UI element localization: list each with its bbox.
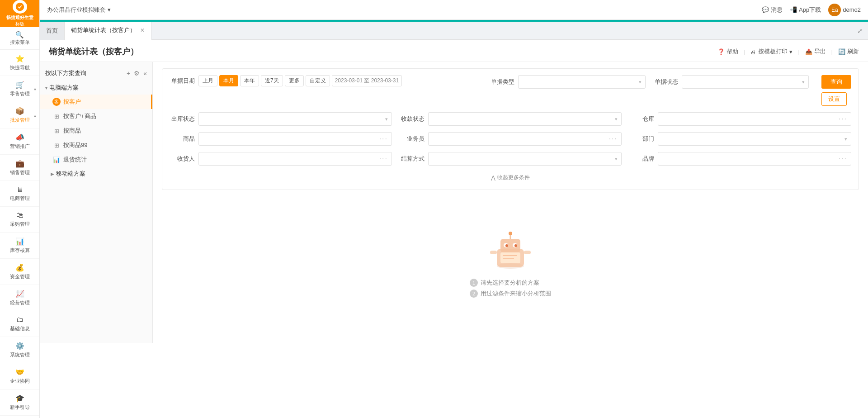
sidebar-item-newbie[interactable]: 🎓 新手引导 xyxy=(0,390,40,416)
out-status-select[interactable]: ▾ xyxy=(198,112,392,126)
department-select[interactable]: ▾ xyxy=(658,132,851,146)
right-panel: 单据日期 上月 本月 本年 近7天 更多 自定义 2023-03-01 至 20… xyxy=(153,62,868,343)
app-download-button[interactable]: 📲 App下载 xyxy=(790,6,821,14)
brand-dots-icon[interactable]: ··· xyxy=(839,155,847,163)
sidebar-item-inventory[interactable]: 📊 库存核算 xyxy=(0,233,40,259)
sidebar-item-sales[interactable]: 💼 销售管理 xyxy=(0,155,40,181)
tree-item-return-stat-label: 退货统计 xyxy=(63,156,87,164)
ecommerce-icon: 🖥 xyxy=(16,185,24,194)
tree-item-by-customer-product[interactable]: ⊞ 按客户+商品 xyxy=(40,109,152,124)
sidebar-item-marketing[interactable]: 📣 营销推广 xyxy=(0,128,40,155)
tab-close-icon[interactable]: ✕ xyxy=(140,27,145,33)
settlement-arrow-icon: ▾ xyxy=(615,156,618,162)
sidebar-item-quick-nav[interactable]: ⭐ 快捷导航 xyxy=(0,50,40,76)
content-area: 销货单统计表（按客户） ❓ 帮助 | 🖨 按模板打印 ▾ | 📤 导出 | xyxy=(40,40,868,418)
sidebar-item-appcenter[interactable]: 📱 应用中心 xyxy=(0,416,40,418)
brand-select[interactable]: ··· xyxy=(658,152,851,166)
salesperson-select[interactable]: ··· xyxy=(428,132,622,146)
search-button[interactable]: 查询 xyxy=(821,75,851,89)
message-button[interactable]: 💬 消息 xyxy=(762,6,783,14)
date-filter-label: 单据日期 xyxy=(170,77,195,85)
scheme-settings-button[interactable]: ⚙ xyxy=(134,70,140,77)
date-btn-this-month[interactable]: 本月 xyxy=(219,75,238,86)
sidebar-item-ecommerce[interactable]: 🖥 电商管理 xyxy=(0,181,40,207)
date-btn-this-year[interactable]: 本年 xyxy=(240,75,259,86)
sidebar-item-system[interactable]: ⚙️ 系统管理 xyxy=(0,337,40,363)
topbar-right: 💬 消息 📲 App下载 Ea demo2 xyxy=(762,4,861,16)
out-status-control: ▾ xyxy=(198,112,392,126)
help-button[interactable]: ❓ 帮助 xyxy=(717,48,738,56)
main-body: 按以下方案查询 + ⚙ « ▾ 电脑端方案 客 按客户 xyxy=(40,62,868,343)
filter-panel: 单据日期 上月 本月 本年 近7天 更多 自定义 2023-03-01 至 20… xyxy=(153,62,868,343)
date-btn-last-month[interactable]: 上月 xyxy=(198,75,217,86)
export-label: 导出 xyxy=(814,48,826,56)
payment-status-control: ▾ xyxy=(428,112,622,126)
settlement-select[interactable]: ▾ xyxy=(428,152,622,166)
sidebar-item-label-wholesale: 批发管理 xyxy=(10,117,30,124)
filter-row-4: 收货人 ··· 结算方式 xyxy=(170,152,851,166)
tab-maximize-button[interactable]: ⤢ xyxy=(852,27,868,34)
date-btn-custom[interactable]: 自定义 xyxy=(306,75,330,86)
sidebar-search-item[interactable]: 🔍 搜索菜单 xyxy=(0,27,40,50)
warehouse-select[interactable]: ··· xyxy=(658,112,851,126)
user-menu[interactable]: Ea demo2 xyxy=(828,4,861,16)
main-area: 办公用品行业模拟账套 ▾ 💬 消息 📲 App下载 Ea demo2 xyxy=(40,0,868,418)
system-name[interactable]: 办公用品行业模拟账套 ▾ xyxy=(47,6,111,14)
order-status-label: 单据状态 xyxy=(653,78,678,86)
collapse-panel-button[interactable]: « xyxy=(143,70,147,77)
print-button[interactable]: 🖨 按模板打印 ▾ xyxy=(750,48,793,56)
warehouse-dots-icon[interactable]: ··· xyxy=(839,115,847,123)
filter-section: 单据日期 上月 本月 本年 近7天 更多 自定义 2023-03-01 至 20… xyxy=(162,68,859,190)
sidebar-item-enterprise[interactable]: 🤝 企业协同 xyxy=(0,363,40,390)
filter-row-1: 单据日期 上月 本月 本年 近7天 更多 自定义 2023-03-01 至 20… xyxy=(170,75,851,106)
mobile-expand-arrow-icon: ▶ xyxy=(51,171,54,176)
tree-item-by-product-99[interactable]: ⊞ 按商品99 xyxy=(40,138,152,152)
brand-label: 品牌 xyxy=(629,155,654,163)
sidebar-item-operations[interactable]: 📈 经营管理 xyxy=(0,285,40,311)
message-label: 消息 xyxy=(771,6,783,14)
receiver-select[interactable]: ··· xyxy=(198,152,392,166)
sidebar-search-label: 搜索菜单 xyxy=(10,39,30,46)
sales-icon: 💼 xyxy=(15,159,24,168)
print-arrow: ▾ xyxy=(789,48,793,55)
collapse-up-icon: ⋀ xyxy=(491,175,495,181)
product-dots-icon[interactable]: ··· xyxy=(379,135,388,143)
tip-1-num: 1 xyxy=(470,279,478,287)
order-type-arrow-icon: ▾ xyxy=(639,79,642,85)
tree-item-by-product[interactable]: ⊞ 按商品 xyxy=(40,124,152,138)
sidebar-item-label-ecommerce: 电商管理 xyxy=(10,195,30,202)
product-scheme-icon: ⊞ xyxy=(52,127,61,135)
collapse-button[interactable]: ⋀ 收起更多条件 xyxy=(486,172,535,183)
settings-button[interactable]: 设置 xyxy=(821,92,847,106)
order-status-select[interactable]: ▾ xyxy=(682,75,809,89)
salesperson-dots-icon[interactable]: ··· xyxy=(609,135,618,143)
date-btn-last-7[interactable]: 近7天 xyxy=(261,75,283,86)
newbie-icon: 🎓 xyxy=(15,394,24,403)
avatar: Ea xyxy=(828,4,841,16)
tree-group-mobile-header[interactable]: ▶ 移动端方案 xyxy=(40,167,152,180)
help-label: 帮助 xyxy=(726,48,738,56)
tree-item-return-stat[interactable]: 📊 退货统计 xyxy=(40,152,152,167)
sidebar-item-basics[interactable]: 🗂 基础信息 xyxy=(0,311,40,337)
date-btn-more[interactable]: 更多 xyxy=(285,75,304,86)
add-scheme-button[interactable]: + xyxy=(127,70,130,77)
order-type-select[interactable]: ▾ xyxy=(518,75,646,89)
export-button[interactable]: 📤 导出 xyxy=(805,48,826,56)
sidebar-item-finance[interactable]: 💰 资金管理 xyxy=(0,259,40,285)
system-select-arrow: ▾ xyxy=(108,6,111,13)
payment-status-select[interactable]: ▾ xyxy=(428,112,622,126)
sidebar-item-wholesale[interactable]: 📦 批发管理 ▴ xyxy=(0,102,40,128)
sidebar-item-purchase[interactable]: 🛍 采购管理 xyxy=(0,207,40,233)
tab-sales-stat[interactable]: 销货单统计表（按客户） ✕ xyxy=(65,22,151,40)
sidebar-item-label-inventory: 库存核算 xyxy=(10,247,30,254)
sidebar-item-label-sales: 销售管理 xyxy=(10,169,30,176)
svg-point-9 xyxy=(509,232,512,235)
sidebar-logo[interactable]: 畅捷通好生意 标版 xyxy=(0,0,40,27)
refresh-button[interactable]: 🔄 刷新 xyxy=(838,48,859,56)
tree-group-desktop-header[interactable]: ▾ 电脑端方案 xyxy=(40,81,152,95)
tab-home[interactable]: 首页 xyxy=(40,22,65,40)
sidebar-item-retail[interactable]: 🛒 零售管理 ▾ xyxy=(0,76,40,102)
tree-item-by-customer[interactable]: 客 按客户 xyxy=(40,95,152,109)
receiver-dots-icon[interactable]: ··· xyxy=(379,155,388,163)
product-select[interactable]: ··· xyxy=(198,132,392,146)
